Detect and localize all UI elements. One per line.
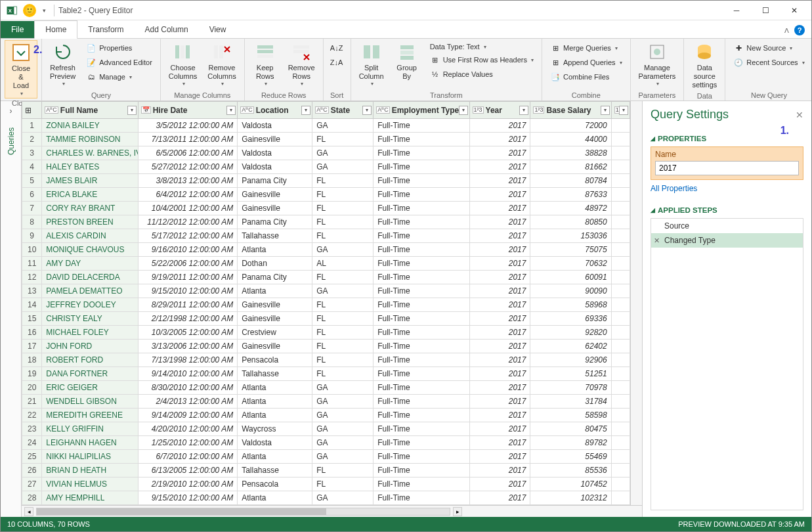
cell[interactable]: Gainesville	[238, 202, 312, 215]
queries-label[interactable]: Queries	[7, 127, 16, 155]
row-number[interactable]: 19	[22, 367, 42, 381]
data-grid[interactable]: ⊞ AᴮCFull Name▾📅Hire Date▾AᴮCLocation▾Aᴮ…	[22, 101, 630, 505]
row-number[interactable]: 8	[22, 215, 42, 229]
cell[interactable]: 5/22/2006 12:00:00 AM	[138, 257, 237, 271]
manage-button[interactable]: 🗂Manage▾	[83, 70, 155, 83]
cell[interactable]: WENDELL GIBSON	[42, 395, 138, 409]
table-row[interactable]: 22MEREDITH GREENE9/14/2009 12:00:00 AMAt…	[22, 409, 630, 422]
data-type-button[interactable]: Data Type: Text▾	[427, 41, 536, 52]
column-header-employment-type[interactable]: AᴮCEmployment Type▾	[374, 102, 469, 119]
cell[interactable]: FL	[312, 477, 374, 491]
cell[interactable]: FL	[312, 133, 374, 146]
cell[interactable]: MONIQUE CHAVOUS	[42, 243, 138, 257]
row-number[interactable]: 5	[22, 174, 42, 188]
cell[interactable]: ZONIA BAILEY	[42, 119, 138, 133]
cell[interactable]: FL	[312, 174, 374, 188]
cell[interactable]: 87633	[530, 188, 611, 202]
cell[interactable]: Full-Time	[374, 409, 469, 422]
table-row[interactable]: 14JEFFREY DOOLEY8/29/2011 12:00:00 AMGai…	[22, 298, 630, 312]
cell[interactable]: 2017	[469, 243, 530, 257]
filter-dropdown-icon[interactable]: ▾	[226, 106, 236, 115]
cell[interactable]: GA	[312, 146, 374, 160]
cell[interactable]: KELLY GRIFFIN	[42, 422, 138, 436]
cell[interactable]: 107452	[530, 477, 611, 491]
cell[interactable]: CHRISTY EALY	[42, 312, 138, 326]
cell[interactable]: Full-Time	[374, 477, 469, 491]
row-number[interactable]: 15	[22, 312, 42, 326]
cell[interactable]: 2/4/2013 12:00:00 AM	[138, 395, 237, 409]
cell[interactable]: 3/5/2012 12:00:00 AM	[138, 119, 237, 133]
all-properties-link[interactable]: All Properties	[651, 184, 803, 193]
row-number[interactable]: 26	[22, 464, 42, 477]
cell[interactable]: JAMES BLAIR	[42, 174, 138, 188]
type-badge-icon[interactable]: AᴮC	[45, 106, 58, 114]
cell[interactable]: 58598	[530, 409, 611, 422]
scroll-left-icon[interactable]: ◂	[24, 507, 33, 516]
cell[interactable]: Full-Time	[374, 284, 469, 298]
cell[interactable]: Full-Time	[374, 202, 469, 215]
cell[interactable]: VIVIAN HELMUS	[42, 477, 138, 491]
cell[interactable]: FL	[312, 340, 374, 353]
cell[interactable]: 9/14/2009 12:00:00 AM	[138, 409, 237, 422]
refresh-preview-button[interactable]: Refresh Preview▾	[46, 40, 79, 89]
cell[interactable]: 2017	[469, 298, 530, 312]
cell[interactable]: FL	[312, 312, 374, 326]
type-badge-icon[interactable]: 1²3	[473, 106, 484, 114]
cell[interactable]: Tallahasse	[238, 464, 312, 477]
column-header-extra[interactable]: 1.2▾	[611, 102, 630, 119]
cell[interactable]: 2017	[469, 367, 530, 381]
table-row[interactable]: 8PRESTON BREEN11/12/2012 12:00:00 AMPana…	[22, 215, 630, 229]
cell[interactable]: GA	[312, 450, 374, 464]
tab-transform[interactable]: Transform	[77, 21, 134, 38]
cell[interactable]: FL	[312, 353, 374, 367]
cell[interactable]: FL	[312, 464, 374, 477]
table-row[interactable]: 27VIVIAN HELMUS2/19/2010 12:00:00 AMPens…	[22, 477, 630, 491]
cell[interactable]: JOHN FORD	[42, 340, 138, 353]
column-header-state[interactable]: AᴮCState▾	[312, 102, 374, 119]
cell[interactable]: 9/15/2010 12:00:00 AM	[138, 491, 237, 505]
cell[interactable]: 2017	[469, 422, 530, 436]
sort-asc-button[interactable]: A↓Z	[329, 41, 345, 55]
cell[interactable]: Full-Time	[374, 340, 469, 353]
table-row[interactable]: 28AMY HEMPHILL9/15/2010 12:00:00 AMAtlan…	[22, 491, 630, 505]
cell[interactable]: Atlanta	[238, 491, 312, 505]
cell[interactable]: Gainesville	[238, 188, 312, 202]
row-number[interactable]: 2	[22, 133, 42, 146]
cell[interactable]: 5/27/2012 12:00:00 AM	[138, 160, 237, 174]
cell[interactable]: FL	[312, 215, 374, 229]
step-changed-type[interactable]: ✕Changed Type	[651, 233, 803, 248]
cell[interactable]: 81662	[530, 160, 611, 174]
cell[interactable]: 9/14/2010 12:00:00 AM	[138, 367, 237, 381]
choose-columns-button[interactable]: Choose Columns▾	[165, 40, 201, 89]
cell[interactable]: ROBERT FORD	[42, 353, 138, 367]
cell[interactable]: Full-Time	[374, 381, 469, 395]
row-number[interactable]: 20	[22, 381, 42, 395]
cell[interactable]: Full-Time	[374, 312, 469, 326]
row-number[interactable]: 16	[22, 326, 42, 340]
column-header-base-salary[interactable]: 1²3Base Salary▾	[530, 102, 611, 119]
cell[interactable]: 2017	[469, 188, 530, 202]
cell[interactable]: Full-Time	[374, 160, 469, 174]
cell[interactable]: 69336	[530, 312, 611, 326]
cell[interactable]: GA	[312, 436, 374, 450]
cell[interactable]: CORY RAY BRANT	[42, 202, 138, 215]
row-number[interactable]: 22	[22, 409, 42, 422]
row-number[interactable]: 3	[22, 146, 42, 160]
cell[interactable]: 85536	[530, 464, 611, 477]
cell[interactable]: 9/19/2011 12:00:00 AM	[138, 271, 237, 284]
cell[interactable]: 9/16/2010 12:00:00 AM	[138, 243, 237, 257]
cell[interactable]: Crestview	[238, 326, 312, 340]
cell[interactable]: Full-Time	[374, 119, 469, 133]
cell[interactable]: Full-Time	[374, 133, 469, 146]
cell[interactable]: 2017	[469, 271, 530, 284]
cell[interactable]: 2017	[469, 353, 530, 367]
cell[interactable]: Valdosta	[238, 436, 312, 450]
cell[interactable]: Atlanta	[238, 395, 312, 409]
cell[interactable]: ERICA BLAKE	[42, 188, 138, 202]
cell[interactable]: 8/30/2010 12:00:00 AM	[138, 381, 237, 395]
cell[interactable]: 9/15/2010 12:00:00 AM	[138, 284, 237, 298]
cell[interactable]: Full-Time	[374, 464, 469, 477]
table-row[interactable]: 15CHRISTY EALY2/12/1998 12:00:00 AMGaine…	[22, 312, 630, 326]
remove-columns-button[interactable]: Remove Columns▾	[203, 40, 240, 89]
cell[interactable]: Valdosta	[238, 119, 312, 133]
